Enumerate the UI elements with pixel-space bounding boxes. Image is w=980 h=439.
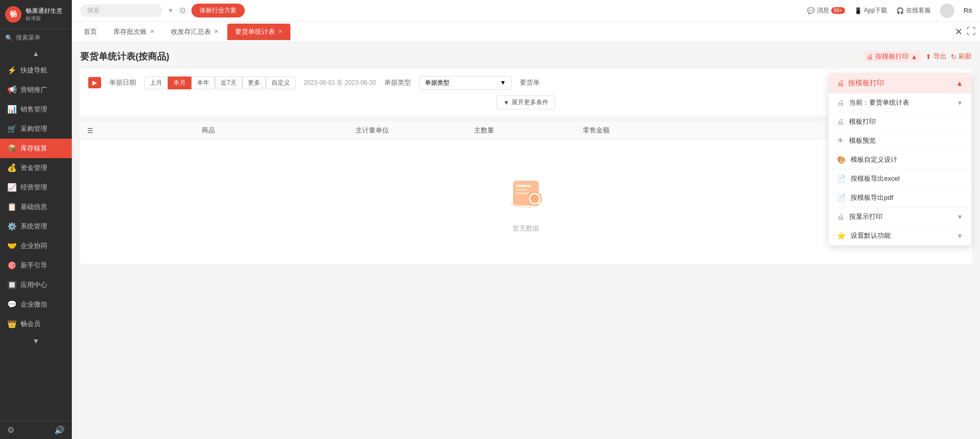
sales-icon: 📊 [7,105,16,114]
tab-order-stats-label: 要货单统计表 [235,27,275,36]
sound-icon[interactable]: 🔊 [54,425,65,435]
sidebar-bottom: ⚙ 🔊 [0,421,72,439]
dropdown-group-display-print[interactable]: 🖨 按显示打印 ▼ [829,207,971,226]
export-label: 导出 [933,52,947,61]
svg-rect-2 [516,185,531,187]
sidebar-search[interactable]: 🔍 搜索菜单 [0,29,72,46]
empty-text: 暂无数据 [513,224,539,233]
filter-expand-arrow[interactable]: ▶ [88,77,101,88]
sidebar-item-operation[interactable]: 📈 经营管理 [0,178,72,197]
date-btn-this-month[interactable]: 本月 [168,77,191,89]
app-download-btn[interactable]: 📱 App下载 [854,6,887,15]
close-tab-batch-account[interactable]: ✕ [150,28,154,35]
sidebar-item-inventory[interactable]: 📦 库存核算 [0,139,72,158]
sidebar-item-finance[interactable]: 💰 资金管理 [0,158,72,178]
notification-icon: 💬 [807,7,815,14]
sidebar-item-sales[interactable]: 📊 销售管理 [0,100,72,119]
scroll-up-btn[interactable]: ▲ [0,46,72,61]
order-type-select[interactable]: 单据类型 ▼ [419,76,512,90]
marketing-icon: 📢 [7,85,16,94]
order-type-placeholder: 单据类型 [425,79,449,87]
col-product: 商品 [101,126,317,135]
tab-order-stats[interactable]: 要货单统计表 ✕ [227,24,290,40]
date-btn-this-year[interactable]: 本年 [191,77,215,89]
col-unit: 主计量单位 [317,126,428,135]
sidebar-item-guide[interactable]: 🎯 新手引导 [0,256,72,275]
sidebar-item-member[interactable]: 👑 畅会员 [0,314,72,334]
sidebar-item-label: 库存核算 [21,144,47,153]
date-btn-7days[interactable]: 近7天 [215,77,242,89]
page-header: 要货单统计表(按商品) 🖨 按模板打印 ▲ ⬆ 导出 ↻ 刷新 [80,50,972,63]
select-arrow-icon: ▼ [500,79,506,86]
date-filter-label: 单据日期 [109,78,136,87]
sidebar-item-label: 营销推广 [21,85,47,94]
search-icon: 🔍 [5,34,13,42]
date-btn-last-month[interactable]: 上月 [144,77,168,89]
guide-icon: 🎯 [7,261,16,270]
app-tag: 标准版 [26,15,63,22]
col-check[interactable]: ☰ [80,127,101,135]
dropdown-item-export-excel[interactable]: 📄 按模板导出excel [829,169,971,188]
export-btn[interactable]: ⬆ 导出 [926,52,947,61]
app-name: 畅康通好生意 [26,7,63,15]
settings-icon[interactable]: ⚙ [7,425,14,435]
sidebar-item-app[interactable]: 🔲 应用中心 [0,275,72,295]
dropdown-arrow-icon[interactable]: ▼ [167,7,174,14]
topbar-search[interactable]: 搜索 [80,4,162,17]
sidebar-item-label: 应用中心 [21,280,47,290]
date-btn-more[interactable]: 更多 [242,77,266,89]
date-btn-custom[interactable]: 自定义 [266,77,296,89]
empty-illustration [503,170,549,217]
tab-close-all-btn[interactable]: ✕ [955,26,963,37]
scroll-down-btn[interactable]: ▼ [0,334,72,348]
refresh-label: 刷新 [958,52,972,61]
notifications-btn[interactable]: 💬 消息 99+ [807,6,845,15]
dropdown-close-btn[interactable]: ▲ [956,79,963,87]
empty-svg-icon [503,170,549,217]
order-type-label: 单据类型 [384,78,411,87]
tab-maximize-btn[interactable]: ⛶ [967,26,976,37]
system-icon: ⚙️ [7,222,16,231]
notification-label: 消息 [817,6,829,15]
expand-more-conditions-btn[interactable]: ▼ 展开更多条件 [497,96,555,109]
display-print-chevron: ▼ [956,213,963,221]
refresh-btn[interactable]: ↻ 刷新 [951,52,972,61]
sidebar-item-marketing[interactable]: 📢 营销推广 [0,80,72,100]
sidebar-item-system[interactable]: ⚙️ 系统管理 [0,217,72,236]
print-template-btn[interactable]: 🖨 按模板打印 ▲ [863,51,922,62]
member-icon: 👑 [7,319,16,329]
tab-receipt-summary[interactable]: 收发存汇总表 ✕ [163,24,226,40]
sidebar-item-label: 销售管理 [21,105,47,114]
online-service-btn[interactable]: 🎧 在线客服 [896,6,931,15]
close-tab-receipt-summary[interactable]: ✕ [214,28,219,35]
sidebar-item-quick-nav[interactable]: ⚡ 快捷导航 [0,61,72,80]
sidebar-item-collab[interactable]: 🤝 企业协同 [0,236,72,256]
export-pdf-icon: 📄 [837,194,846,202]
logo-icon: 畅 [5,6,22,23]
default-func-label: 设置默认功能 [851,231,891,240]
sidebar-item-label: 快捷导航 [21,66,47,75]
sidebar-item-label: 系统管理 [21,222,47,231]
settings-gear-icon[interactable]: ⚙ [179,6,186,15]
sidebar-item-purchase[interactable]: 🛒 采购管理 [0,119,72,139]
sidebar-item-basic[interactable]: 📋 基础信息 [0,197,72,217]
tab-batch-account[interactable]: 库存批次账 ✕ [106,24,162,40]
dropdown-current-item[interactable]: 🖨 当前：要货单统计表 ▼ [829,93,971,112]
sidebar-item-wechat[interactable]: 💬 企业微信 [0,295,72,314]
promo-button[interactable]: 体验行业方案 [191,4,245,17]
date-toggle: 上月 本月 本年 近7天 更多 自定义 [144,77,296,89]
dropdown-group-default-func[interactable]: ⭐ 设置默认功能 ▼ [829,226,971,245]
dropdown-item-template-design[interactable]: 🎨 模板自定义设计 [829,150,971,169]
user-avatar[interactable] [940,4,954,18]
current-template-label: 当前：要货单统计表 [849,98,909,107]
sidebar-item-label: 经营管理 [21,183,47,192]
close-tab-order-stats[interactable]: ✕ [278,28,283,35]
operation-icon: 📈 [7,183,16,192]
current-template-icon: 🖨 [837,99,844,107]
app-icon: 🔲 [7,280,16,290]
tab-home[interactable]: 首页 [76,24,105,40]
dropdown-item-export-pdf[interactable]: 📄 按模板导出pdf [829,188,971,207]
dropdown-item-template-preview[interactable]: 👁 模板预览 [829,131,971,150]
svg-rect-4 [516,193,529,194]
dropdown-item-template-print[interactable]: 🖨 模板打印 [829,112,971,131]
